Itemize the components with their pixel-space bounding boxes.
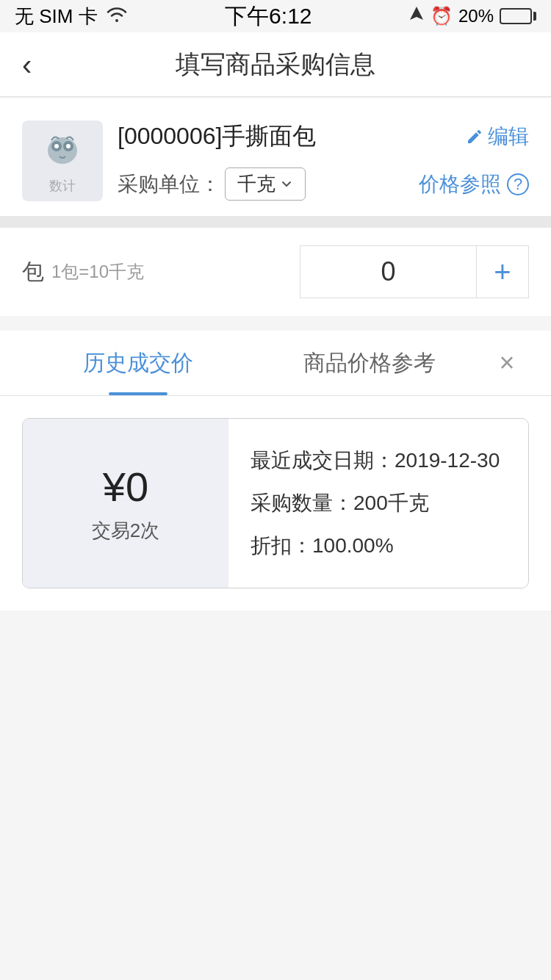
card-left: ¥0 交易2次 — [23, 419, 228, 588]
tab-history-price[interactable]: 历史成交价 — [22, 331, 253, 395]
tab-close-button[interactable]: × — [485, 341, 529, 385]
section-divider — [0, 216, 551, 228]
gps-icon — [408, 5, 425, 27]
price-display: ¥0 — [103, 463, 148, 511]
recent-date-row: 最近成交日期：2019-12-30 — [251, 445, 506, 476]
price-ref-button[interactable]: 价格参照 ? — [419, 170, 529, 198]
svg-point-0 — [48, 137, 77, 164]
owl-logo-icon — [40, 127, 84, 176]
price-ref-help-icon[interactable]: ? — [507, 173, 529, 195]
package-icon: 包 — [22, 257, 44, 287]
quantity-plus-button[interactable]: + — [476, 245, 529, 298]
status-left: 无 SIM 卡 — [15, 4, 129, 29]
svg-point-3 — [54, 144, 59, 148]
product-section: 数计 [0000006]手撕面包 编辑 采购单位： 千克 — [0, 98, 551, 216]
edit-button[interactable]: 编辑 — [466, 123, 529, 151]
qty-hint: 1包=10千克 — [51, 260, 144, 284]
card-right: 最近成交日期：2019-12-30 采购数量：200千克 折扣：100.00% — [228, 419, 528, 588]
battery-icon — [500, 8, 536, 24]
quantity-input[interactable] — [300, 245, 476, 298]
unit-badge[interactable]: 千克 — [225, 167, 306, 201]
tabs-header: 历史成交价 商品价格参考 × — [0, 331, 551, 396]
unit-selector[interactable]: 采购单位： 千克 — [118, 167, 306, 201]
unit-label: 采购单位： — [118, 170, 220, 198]
tabs-section: 历史成交价 商品价格参考 × ¥0 交易2次 最近成交日期：2019-12-30… — [0, 331, 551, 610]
quantity-section: 包 1包=10千克 + — [0, 228, 551, 316]
trade-count: 交易2次 — [92, 518, 159, 544]
tab-price-ref[interactable]: 商品价格参考 — [253, 331, 485, 395]
alarm-icon: ⏰ — [431, 6, 453, 26]
wifi-icon — [105, 5, 129, 28]
logo-text: 数计 — [49, 177, 76, 195]
quantity-control: + — [300, 245, 529, 298]
svg-point-4 — [66, 144, 71, 148]
product-name: [0000006]手撕面包 — [118, 120, 316, 153]
product-thumbnail: 数计 — [22, 120, 103, 201]
price-card: ¥0 交易2次 最近成交日期：2019-12-30 采购数量：200千克 折扣：… — [22, 418, 529, 588]
back-button[interactable]: ‹ — [22, 50, 32, 79]
battery-percent: 20% — [458, 6, 494, 26]
discount-row: 折扣：100.00% — [251, 530, 506, 561]
purchase-qty-row: 采购数量：200千克 — [251, 488, 506, 519]
page-background — [0, 610, 551, 980]
status-bar: 无 SIM 卡 下午6:12 ⏰ 20% — [0, 0, 551, 32]
status-time: 下午6:12 — [225, 1, 311, 32]
carrier-text: 无 SIM 卡 — [15, 4, 98, 29]
nav-title: 填写商品采购信息 — [176, 48, 375, 82]
status-right: ⏰ 20% — [408, 5, 536, 27]
card-container: ¥0 交易2次 最近成交日期：2019-12-30 采购数量：200千克 折扣：… — [0, 396, 551, 610]
product-info: [0000006]手撕面包 编辑 采购单位： 千克 — [118, 120, 529, 201]
nav-bar: ‹ 填写商品采购信息 — [0, 32, 551, 97]
